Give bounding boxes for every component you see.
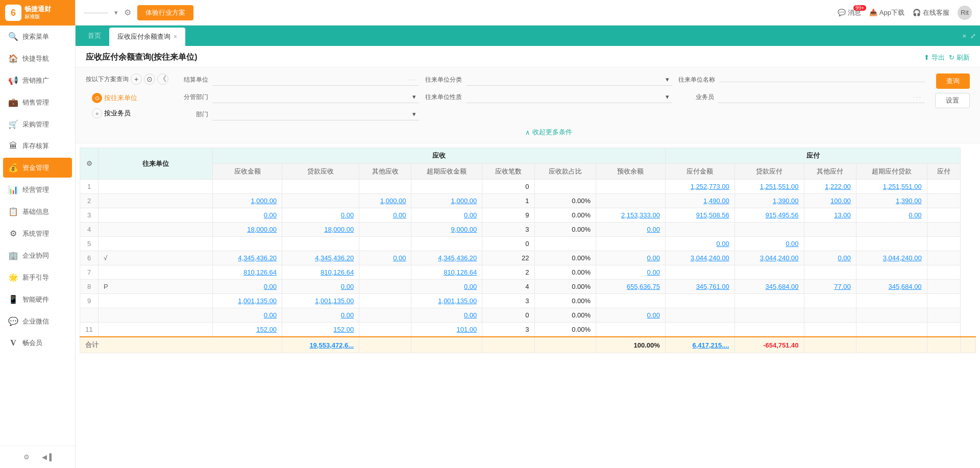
settlement-unit-input[interactable]: ··· (212, 73, 419, 86)
filter-by-company[interactable]: ⊙ 按往来单位 (88, 91, 168, 105)
cell-ap_other[interactable]: 0.00 (804, 251, 856, 265)
cell-ar_loan[interactable]: 1,001,135.00 (282, 294, 359, 308)
cell-ar_prepaid[interactable]: 0.00 (596, 251, 666, 265)
query-button[interactable]: 查询 (936, 73, 970, 89)
cell-ap_amount[interactable]: 915,508.56 (665, 208, 734, 223)
cell-ap_overdue_loan[interactable]: 1,251,551.00 (856, 180, 927, 194)
cell-ar_loan[interactable]: 0.00 (282, 280, 359, 294)
cell-ap_amount[interactable]: 1,490.00 (665, 194, 734, 208)
filter-by-salesman[interactable]: ○ 按业务员 (88, 106, 168, 120)
tab-close-icon[interactable]: × (174, 33, 177, 40)
cell-ap_loan[interactable]: 3,044,240.00 (734, 251, 804, 265)
topbar-gear-icon[interactable]: ⚙ (124, 8, 131, 17)
cell-ar_other[interactable]: 0.00 (359, 251, 411, 265)
cell-ap_loan[interactable]: 1,251,551.00 (734, 180, 804, 194)
cell-ap_overdue_loan[interactable]: 345,684.00 (856, 280, 927, 294)
cell-ar_amount[interactable]: 4,345,436.20 (213, 251, 282, 265)
cell-ap_amount[interactable]: 3,044,240.00 (665, 251, 734, 265)
filter-options-btn1[interactable]: ⊙ (144, 73, 155, 85)
sidebar-item-guide[interactable]: 🌟 新手引导 (0, 266, 75, 288)
messages-action[interactable]: 💬 消息 99+ (838, 8, 861, 17)
cell-ar_other[interactable]: 0.00 (359, 208, 411, 223)
app-download-action[interactable]: 📥 App下载 (869, 8, 904, 17)
supervisor-dept-input[interactable]: ▾ (212, 91, 419, 103)
sidebar-item-enterprise[interactable]: 🏢 企业协同 (0, 244, 75, 266)
cell-ar_amount[interactable]: 1,000.00 (213, 194, 282, 208)
sidebar-item-quick-nav[interactable]: 🏠 快捷导航 (0, 47, 75, 69)
sidebar-item-purchase[interactable]: 🛒 采购管理 (0, 113, 75, 135)
cell-ap_loan[interactable]: 345,684.00 (734, 280, 804, 294)
cell-ar_amount[interactable]: 0.00 (213, 280, 282, 294)
total-ar_prepaid[interactable]: 6,417,215.... (665, 337, 734, 353)
cell-ap_other[interactable]: 13.00 (804, 208, 856, 223)
cell-ap_overdue_loan[interactable]: 3,044,240.00 (856, 251, 927, 265)
sidebar-item-marketing[interactable]: 📢 营销推广 (0, 69, 75, 91)
cell-ar_loan[interactable]: 4,345,436.20 (282, 251, 359, 265)
cell-ap_other[interactable]: 1,222.00 (804, 180, 856, 194)
settings-icon[interactable]: ⚙ (85, 160, 93, 167)
cell-ar_other[interactable]: 1,000.00 (359, 194, 411, 208)
cell-ap_amount[interactable]: 0.00 (665, 237, 734, 251)
sidebar-item-hardware[interactable]: 📱 智能硬件 (0, 288, 75, 310)
cell-ar_amount[interactable]: 0.00 (213, 208, 282, 223)
sidebar-collapse-btn[interactable]: ◀▐ (37, 450, 57, 464)
partner-name-input[interactable] (719, 78, 925, 82)
cell-ar_amount[interactable]: 152.00 (213, 323, 282, 337)
cell-ar_amount[interactable]: 0.00 (213, 308, 282, 323)
salesman-input[interactable]: ··· (718, 91, 925, 103)
cell-ar_prepaid[interactable]: 655,636.75 (596, 280, 666, 294)
solution-button[interactable]: 体验行业方案 (137, 5, 193, 20)
cell-ar_overdue[interactable]: 0.00 (411, 208, 482, 223)
sidebar-item-operation[interactable]: 📊 经营管理 (0, 179, 75, 201)
total-ap_amount[interactable]: -654,751.40 (734, 337, 804, 353)
sidebar-item-member[interactable]: V 畅会员 (0, 332, 75, 354)
cell-ar_loan[interactable]: 810,126.64 (282, 265, 359, 280)
set-button[interactable]: 设置 (935, 93, 970, 108)
cell-ar_prepaid[interactable]: 0.00 (596, 308, 666, 323)
cell-ar_overdue[interactable]: 1,000.00 (411, 194, 482, 208)
tab-fullscreen-icon[interactable]: ⤢ (970, 32, 976, 40)
cell-ar_amount[interactable]: 810,126.64 (213, 265, 282, 280)
total-ar_amount[interactable]: 19,553,472,6... (282, 337, 359, 353)
export-button[interactable]: ⬆ 导出 (924, 53, 945, 62)
sidebar-settings-btn[interactable]: ⚙ (18, 450, 35, 464)
topbar-chevron-icon[interactable]: ▾ (114, 9, 118, 16)
cell-ap_other[interactable]: 100.00 (804, 194, 856, 208)
cell-ar_prepaid[interactable]: 0.00 (596, 265, 666, 280)
cell-ar_prepaid[interactable]: 2,153,333.00 (596, 208, 666, 223)
cell-ap_amount[interactable]: 1,252,773.00 (665, 180, 734, 194)
cell-ar_loan[interactable]: 152.00 (282, 323, 359, 337)
cell-ar_overdue[interactable]: 4,345,436.20 (411, 251, 482, 265)
sidebar-item-inventory[interactable]: 🏛 库存核算 (0, 135, 75, 157)
sidebar-item-fund[interactable]: 💰 资金管理 (3, 158, 72, 178)
tab-home[interactable]: 首页 (80, 26, 109, 46)
cell-ar_overdue[interactable]: 9,000.00 (411, 223, 482, 237)
cell-ap_loan[interactable]: 915,495.56 (734, 208, 804, 223)
cell-ar_prepaid[interactable]: 0.00 (596, 223, 666, 237)
sidebar-item-sales[interactable]: 💼 销售管理 (0, 91, 75, 113)
cell-ap_overdue_loan[interactable]: 1,390.00 (856, 194, 927, 208)
partner-nature-input[interactable]: ▾ (466, 91, 672, 103)
cell-ar_overdue[interactable]: 810,126.64 (411, 265, 482, 280)
cell-ap_loan[interactable]: 0.00 (734, 237, 804, 251)
cell-ar_overdue[interactable]: 101.00 (411, 323, 482, 337)
cell-ar_amount[interactable]: 18,000.00 (213, 223, 282, 237)
online-service-action[interactable]: 🎧 在线客服 (913, 8, 949, 17)
sidebar-item-basic[interactable]: 📋 基础信息 (0, 201, 75, 223)
cell-ar_loan[interactable]: 18,000.00 (282, 223, 359, 237)
collapse-more-btn[interactable]: ∧ 收起更多条件 (525, 128, 572, 137)
user-avatar[interactable]: Rit (958, 6, 972, 20)
cell-ap_other[interactable]: 77.00 (804, 280, 856, 294)
filter-add-button[interactable]: + (131, 73, 142, 85)
cell-ap_overdue_loan[interactable]: 0.00 (856, 208, 927, 223)
cell-ar_overdue[interactable]: 1,001,135.00 (411, 294, 482, 308)
dept-input[interactable]: ▾ (212, 108, 419, 120)
partner-category-input[interactable]: ▾ (466, 73, 672, 86)
refresh-button[interactable]: ↻ 刷新 (949, 53, 970, 62)
cell-ap_loan[interactable]: 1,390.00 (734, 194, 804, 208)
cell-ar_loan[interactable]: 0.00 (282, 208, 359, 223)
filter-collapse-btn[interactable]: 《 (157, 73, 168, 85)
tab-close-all-icon[interactable]: × (962, 32, 966, 40)
tab-ar-ap[interactable]: 应收应付余额查询 × (109, 28, 185, 46)
cell-ar_loan[interactable]: 0.00 (282, 308, 359, 323)
